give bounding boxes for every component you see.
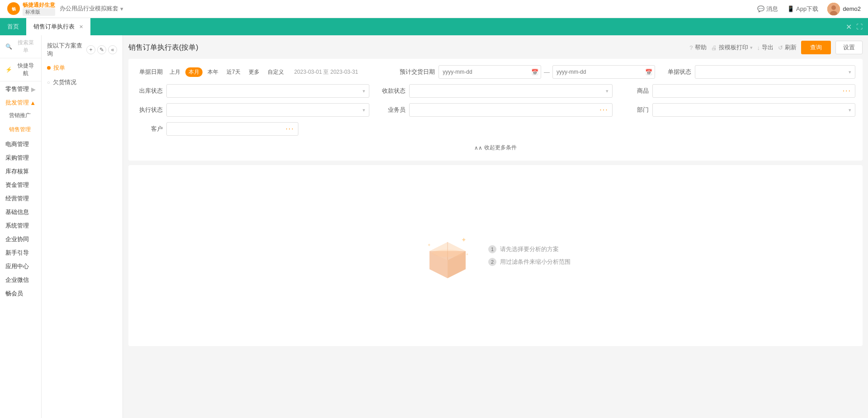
- sidebar-sub-marketing[interactable]: 营销推广: [0, 109, 41, 123]
- edit-scheme-btn[interactable]: ✎: [97, 45, 106, 54]
- receipt-status-arrow: ▾: [606, 88, 609, 94]
- sidebar-item-shortcut[interactable]: ⚡ 快捷导航: [0, 58, 41, 81]
- message-icon: 💬: [757, 5, 764, 12]
- shortcut-custom[interactable]: 自定义: [264, 67, 287, 77]
- filter-salesperson: 业务员 ···: [378, 103, 612, 117]
- sidebar-group-basic[interactable]: 基础信息: [0, 204, 41, 218]
- left-panel-item-by-order[interactable]: 按单: [42, 61, 123, 75]
- product-more-icon: ···: [843, 87, 851, 95]
- shortcut-7days[interactable]: 近7天: [223, 67, 244, 77]
- customer-select[interactable]: ···: [166, 122, 298, 136]
- chevron-right-icon: ▶: [31, 86, 36, 93]
- status-select[interactable]: ▾: [695, 65, 855, 79]
- print-icon: 🖨: [711, 44, 717, 51]
- collapse-panel-btn[interactable]: «: [108, 45, 117, 54]
- tab-home[interactable]: 首页: [0, 18, 26, 35]
- sidebar-group-finance[interactable]: 资金管理: [0, 177, 41, 191]
- date-range-expected: 📅 — 📅: [439, 65, 655, 79]
- filter-exec-status: 执行状态 ▾: [136, 103, 369, 117]
- date-from-wrap: 📅: [439, 65, 541, 79]
- filter-out-status: 出库状态 ▾: [136, 84, 369, 98]
- header-left: 畅 畅捷通好生意 标准版 办公用品行业模拟账套 ▾: [7, 2, 123, 16]
- tab-minimize-icon[interactable]: ✕: [846, 23, 852, 31]
- user-name: demo2: [843, 5, 861, 12]
- left-panel-actions: + ✎ «: [86, 45, 117, 54]
- query-button[interactable]: 查询: [801, 41, 831, 54]
- chevron-down-icon: ▲: [30, 100, 36, 106]
- export-btn[interactable]: ↓ 导出: [757, 43, 774, 52]
- settings-button[interactable]: 设置: [835, 41, 863, 54]
- page-actions: ? 帮助 🖨 按模板打印 ▾ ↓ 导出 ↺ 刷新: [689, 41, 863, 54]
- status-select-arrow: ▾: [849, 69, 851, 75]
- sidebar-group-newbie[interactable]: 新手引导: [0, 245, 41, 259]
- date-from-input[interactable]: [439, 65, 541, 79]
- filter-date-field: 单据日期 上月 本月 本年 近7天 更多 自定义 2023-03-01 至 20…: [136, 67, 391, 77]
- tab-sales-order[interactable]: 销售订单执行表 ✕: [26, 18, 90, 35]
- sidebar-group-system[interactable]: 系统管理: [0, 218, 41, 232]
- sidebar-group-wholesale[interactable]: 批发管理 ▲: [0, 95, 41, 109]
- product-select[interactable]: ···: [652, 84, 855, 98]
- sidebar-group-member[interactable]: 畅会员: [0, 286, 41, 299]
- user-area[interactable]: demo2: [827, 3, 861, 15]
- sidebar-sub-sales[interactable]: 销售管理: [0, 123, 41, 137]
- collapse-bar[interactable]: ∧∧ 收起更多条件: [136, 141, 855, 154]
- tab-close-icon[interactable]: ✕: [79, 24, 83, 30]
- exec-status-select[interactable]: ▾: [166, 103, 369, 117]
- help-btn[interactable]: ? 帮助: [689, 43, 706, 52]
- sidebar-group-purchase[interactable]: 采购管理: [0, 150, 41, 164]
- help-icon: ?: [689, 44, 693, 51]
- shortcut-last-month[interactable]: 上月: [166, 67, 184, 77]
- tab-expand-icon[interactable]: ⛶: [856, 23, 863, 30]
- filter-row-4: 客户 ···: [136, 122, 855, 136]
- shortcut-this-year[interactable]: 本年: [204, 67, 222, 77]
- sidebar-group-inventory[interactable]: 库存核算: [0, 164, 41, 177]
- content-main: 销售订单执行表(按单) ? 帮助 🖨 按模板打印 ▾ ↓ 导出: [123, 35, 868, 418]
- filter-status-field: 单据状态 ▾: [664, 65, 855, 79]
- out-status-select[interactable]: ▾: [166, 84, 369, 98]
- exec-status-arrow: ▾: [363, 107, 365, 113]
- add-scheme-btn[interactable]: +: [86, 45, 95, 54]
- sidebar-group-enterprise[interactable]: 企业协同: [0, 232, 41, 245]
- filter-product: 商品 ···: [622, 84, 855, 98]
- calendar-from-icon: 📅: [531, 69, 538, 76]
- page-header: 销售订单执行表(按单) ? 帮助 🖨 按模板打印 ▾ ↓ 导出: [128, 41, 863, 54]
- sidebar-group-operation[interactable]: 经营管理: [0, 191, 41, 204]
- logo-area: 畅 畅捷通好生意 标准版: [7, 2, 55, 16]
- left-panel-item-credit[interactable]: ○ 欠货情况: [42, 75, 123, 90]
- dept-arrow: ▾: [849, 107, 851, 113]
- out-status-arrow: ▾: [363, 88, 365, 94]
- shortcut-more[interactable]: 更多: [245, 67, 263, 77]
- filter-row-2: 出库状态 ▾ 收款状态 ▾ 商品: [136, 84, 855, 98]
- app-icon: 📱: [787, 5, 794, 12]
- filter-receipt-status: 收款状态 ▾: [378, 84, 612, 98]
- empty-tip-2: 2 用过滤条件来缩小分析范围: [488, 258, 571, 266]
- left-panel: 按以下方案查询 + ✎ « 按单 ○: [42, 35, 123, 418]
- refresh-icon: ↺: [778, 44, 783, 51]
- top-header: 畅 畅捷通好生意 标准版 办公用品行业模拟账套 ▾ 💬 消息 📱 App下载: [0, 0, 868, 18]
- receipt-status-select[interactable]: ▾: [409, 84, 612, 98]
- shortcut-this-month[interactable]: 本月: [185, 67, 203, 77]
- date-to-input[interactable]: [552, 65, 655, 79]
- main-layout: 🔍 搜索菜单 ⚡ 快捷导航 零售管理 ▶ 批发管理 ▲ 营销推广 销售管理 电商…: [0, 35, 868, 418]
- sidebar-item-search[interactable]: 🔍 搜索菜单: [0, 35, 41, 58]
- logo-icon: 畅: [7, 2, 20, 15]
- sidebar-group-app[interactable]: 应用中心: [0, 259, 41, 272]
- refresh-btn[interactable]: ↺ 刷新: [778, 43, 797, 52]
- filter-panel: 单据日期 上月 本月 本年 近7天 更多 自定义 2023-03-01 至 20…: [128, 59, 863, 161]
- empty-tips: 1 请先选择要分析的方案 2 用过滤条件来缩小分析范围: [488, 245, 571, 266]
- sidebar-group-retail[interactable]: 零售管理 ▶: [0, 81, 41, 95]
- shortcut-icon: ⚡: [5, 66, 12, 73]
- dept-select[interactable]: ▾: [652, 103, 855, 117]
- filter-customer: 客户 ···: [136, 122, 298, 136]
- dot-icon: [47, 66, 51, 70]
- breadcrumb[interactable]: 办公用品行业模拟账套 ▾: [60, 5, 123, 13]
- sidebar-group-ecom[interactable]: 电商管理: [0, 137, 41, 150]
- calendar-to-icon: 📅: [645, 69, 652, 76]
- message-btn[interactable]: 💬 消息: [757, 5, 778, 13]
- customer-more-icon: ···: [286, 125, 294, 133]
- sidebar: 🔍 搜索菜单 ⚡ 快捷导航 零售管理 ▶ 批发管理 ▲ 营销推广 销售管理 电商…: [0, 35, 42, 418]
- salesperson-select[interactable]: ···: [409, 103, 612, 117]
- app-download-btn[interactable]: 📱 App下载: [787, 5, 818, 13]
- sidebar-group-wechat[interactable]: 企业微信: [0, 272, 41, 286]
- print-btn[interactable]: 🖨 按模板打印 ▾: [711, 43, 753, 52]
